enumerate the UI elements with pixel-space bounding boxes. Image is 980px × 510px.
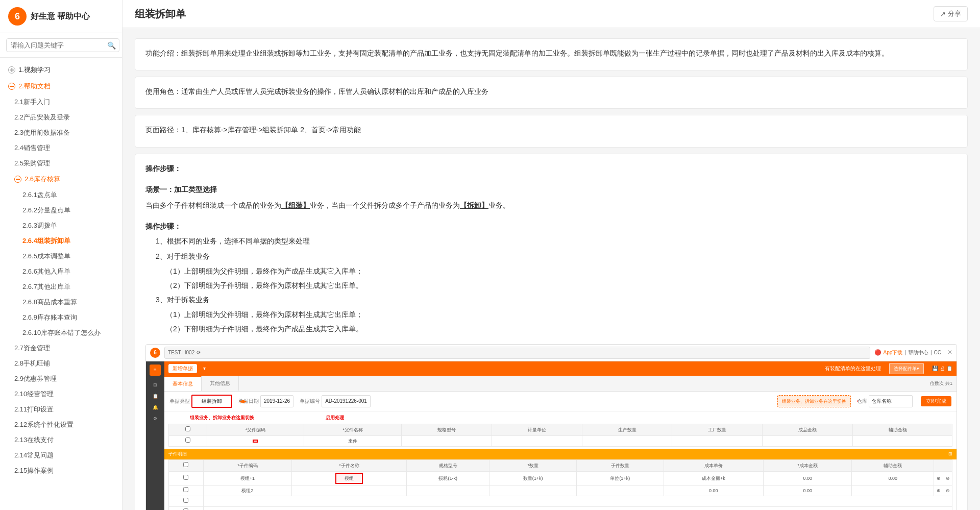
ss-annotation-box: 组装业务、拆卸业务在这里切换 ←: [777, 395, 851, 407]
ss-user-icon: CC: [934, 348, 941, 357]
sidebar-item-print[interactable]: 2.11打印设置: [14, 402, 122, 417]
topbar: 组装拆卸单 ↗ 分享: [122, 0, 980, 28]
ss-icons: 🔴 App下载 | 帮助中心 | CC ✕: [874, 347, 952, 358]
ss-app-logo: 6: [150, 348, 160, 358]
ss-upper-th4: 计量单位: [492, 424, 582, 436]
sidebar-item-ops[interactable]: 2.10经营管理: [14, 386, 122, 402]
sidebar-item-inventory-4[interactable]: 2.6.4组装拆卸单: [22, 233, 122, 249]
sidebar-item-finance[interactable]: 2.7资金管理: [14, 341, 122, 356]
ss-flag-icon: 🔴: [874, 348, 881, 358]
ss-url-bar: TEST-H002 ⟳: [164, 347, 870, 359]
sidebar-item-inventory-1[interactable]: 2.6.1盘点单: [22, 187, 122, 203]
scene1-title: 场景一：加工类型选择: [145, 183, 957, 196]
ss-body: ≡ ⊞ 📋 🔔 ⚙ 新增单据 ▾ 有装配清单的在这里处理: [146, 361, 957, 510]
ss-lower-th9: [934, 459, 943, 471]
sidebar-item-payment[interactable]: 2.13在线支付: [14, 432, 122, 448]
ss-warehouse-value[interactable]: 仓库名称: [869, 395, 913, 407]
ss-orange-label: ▾: [203, 364, 206, 373]
ss-select-all[interactable]: [185, 426, 190, 431]
scene1-desc: 当由多个子件材料组装成一个成品的业务为【组装】业务，当由一个父件拆分成多个子产品…: [145, 199, 957, 212]
nav-tree: 1.视频学习 2.帮助文档 2.1新手入门 2.2产品安装及登录 2.3使用前数…: [0, 58, 122, 510]
sidebar-item-cases[interactable]: 2.15操作案例: [14, 463, 122, 478]
search-area: 🔍: [0, 33, 122, 58]
ss-upper-th3: 规格型号: [401, 424, 492, 436]
search-button[interactable]: 🔍: [107, 41, 116, 50]
step3-1: （1）上部明细为父件明细，最终作为原材料生成其它出库单；: [166, 308, 957, 321]
sidebar-item-inventory-5[interactable]: 2.6.5成本调整单: [22, 249, 122, 264]
sidebar-item-inventory-6[interactable]: 2.6.6其他入库单: [22, 264, 122, 279]
ss-type-value[interactable]: 组装拆卸 ◀▶: [191, 395, 232, 408]
ss-lower-th8: 辅助金额: [852, 459, 934, 471]
ss-nav-icon1: ⊞: [153, 381, 157, 389]
sidebar-item-helpdoc[interactable]: 2.帮助文档 2.1新手入门 2.2产品安装及登录 2.3使用前数据准备 2.4…: [0, 78, 122, 478]
sidebar-item-purchase[interactable]: 2.5采购管理: [14, 156, 122, 171]
share-button[interactable]: ↗ 分享: [934, 6, 968, 21]
ss-date-value[interactable]: 2019-12-26: [260, 395, 293, 407]
collapse-icon: [8, 83, 15, 90]
sidebar-item-dataprep[interactable]: 2.3使用前数据准备: [14, 125, 122, 140]
sidebar-item-inventory-2[interactable]: 2.6.2分量盘点单: [22, 203, 122, 218]
ss-type-label: 单据类型: [169, 397, 190, 406]
intro-box: 功能介绍：组装拆卸单用来处理企业组装或拆卸等加工业务，支持有固定装配清单的产品加…: [135, 38, 968, 70]
sidebar-item-sales[interactable]: 2.4销售管理: [14, 140, 122, 156]
ss-type-field: 单据类型 组装拆卸 ◀▶: [169, 395, 232, 408]
sidebar-item-newbie[interactable]: 2.1新手入门: [14, 94, 122, 110]
ss-code-value[interactable]: AD-20191226-001: [322, 395, 371, 407]
page-title: 组装拆卸单: [135, 7, 186, 21]
sidebar-item-inventory[interactable]: 2.6库存核算 2.6.1盘点单 2.6.2分量盘点单 2.6.3调拨单 2.6…: [14, 171, 122, 341]
step1: 1、根据不同的业务，选择不同单据的类型来处理: [156, 235, 957, 248]
sidebar-item-inventory-3[interactable]: 2.6.3调拨单: [22, 218, 122, 233]
ss-left-strip: ≡ ⊞ 📋 🔔 ⚙: [146, 361, 164, 510]
ss-lower-th3: 规格型号: [406, 459, 489, 471]
step2: 2、对于组装业务: [156, 250, 957, 263]
ss-lower-table-header: 子件明细 ⊞: [164, 449, 957, 459]
step3-2: （2）下部明细为子件明细，最终作为产成品生成其它入库单。: [166, 323, 957, 335]
ss-close-icon: ✕: [947, 347, 952, 358]
table-row: [169, 507, 952, 510]
ss-lower-th4: *数量: [489, 459, 577, 471]
sidebar-item-install[interactable]: 2.2产品安装及登录: [14, 110, 122, 125]
table-row: [169, 496, 952, 507]
sidebar-item-inventory-10[interactable]: 2.6.10库存账本错了怎么办: [22, 325, 122, 341]
sidebar-item-inventory-9[interactable]: 2.6.9库存账本查询: [22, 310, 122, 325]
ss-code-field: 单据编号 AD-20191226-001: [300, 395, 371, 407]
table-row: 模组+1 模组 损耗(1-k) 数量(1+k) 单位(1+k) 成本金额+k 0…: [169, 471, 952, 485]
ss-icon-btns: 💾 🖨 📋: [932, 364, 952, 373]
sidebar-item-inventory-7[interactable]: 2.6.7其他出库单: [22, 279, 122, 295]
table-row: 模组2 0.00 0.00 ⊕: [169, 485, 952, 496]
ss-lower-table-title: 子件明细: [168, 450, 187, 458]
ss-save-btn[interactable]: 立即完成: [921, 396, 951, 406]
ss-td-check: [169, 436, 207, 447]
ss-select-config-btn[interactable]: 选择配件单▾: [889, 363, 924, 374]
ss-tab-basic[interactable]: 基本信息: [164, 376, 202, 391]
ss-annotation-enable: 启用处理: [326, 414, 344, 422]
ss-upper-th-op: [943, 424, 952, 436]
step2-2: （2）下部明细为子件明细，最终作为原材料生成其它出库单。: [166, 279, 957, 292]
ss-code-label: 单据编号: [300, 397, 320, 406]
sidebar-item-mobile[interactable]: 2.8手机旺铺: [14, 356, 122, 371]
ss-new-btn[interactable]: 新增单据: [168, 364, 197, 373]
sidebar-item-video[interactable]: 1.视频学习: [0, 62, 122, 78]
ss-td-code[interactable]: [207, 436, 304, 447]
ss-form-header: 单据类型 组装拆卸 ◀▶ 单据日期 2019-12-26: [164, 392, 957, 411]
ss-topbar: 6 TEST-H002 ⟳ 🔴 App下载 | 帮助中心 | CC ✕: [146, 345, 957, 361]
path-box: 页面路径：1、库存核算->库存管理->组装拆卸单 2、首页->常用功能: [135, 115, 968, 147]
ss-main-area: 新增单据 ▾ 有装配清单的在这里处理 选择配件单▾ 💾 🖨 📋 基本信息 其他信…: [164, 361, 957, 510]
ss-lower-table-icon: ⊞: [948, 450, 952, 458]
step3: 3、对于拆装业务: [156, 294, 957, 306]
sidebar-item-inventory-8[interactable]: 2.6.8商品成本重算: [22, 295, 122, 310]
sidebar-item-faq[interactable]: 2.14常见问题: [14, 448, 122, 463]
sidebar-item-coupon[interactable]: 2.9优惠券管理: [14, 371, 122, 386]
ss-orange-bar: 新增单据 ▾ 有装配清单的在这里处理 选择配件单▾ 💾 🖨 📋: [164, 361, 957, 376]
search-input[interactable]: [6, 38, 119, 52]
sidebar-item-custom[interactable]: 2.12系统个性化设置: [14, 417, 122, 432]
ss-lower-th6: 成本单价: [664, 459, 764, 471]
ss-lower-table: *子件编码 *子件名称 规格型号 *数量 子件数量 成本单价 *成本金额 辅助金…: [168, 459, 952, 510]
ss-menu-icon: ≡: [150, 365, 161, 376]
logo-area: 6 好生意 帮助中心: [0, 0, 122, 33]
role-box: 使用角色：通常由生产人员或库管人员完成拆装业务的操作，库管人员确认原材料的出库和…: [135, 77, 968, 109]
ss-lower-th1: *子件编码: [203, 459, 291, 471]
ss-type-arrows: ◀▶: [239, 397, 247, 405]
ss-tab-other[interactable]: 其他信息: [202, 376, 239, 391]
ss-td-name: 来件: [304, 436, 402, 447]
